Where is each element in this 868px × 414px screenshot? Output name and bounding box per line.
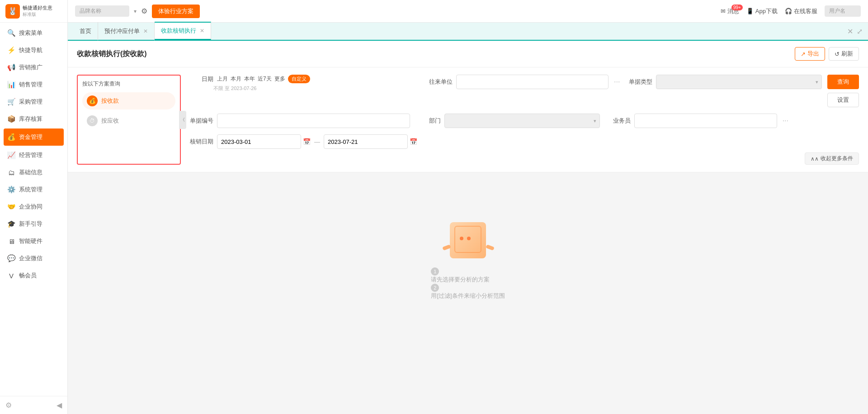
- solution-button[interactable]: 体验行业方案: [152, 5, 200, 18]
- query-button[interactable]: 查询: [827, 75, 859, 89]
- sidebar-item-营销推广[interactable]: 📢 营销推广: [0, 59, 67, 76]
- tab-prepay-label: 预付冲应付单: [104, 27, 140, 35]
- query-form: 日期 上月 本月 本年 近7天 更多 自定义 不限 至 2: [188, 75, 859, 165]
- sidebar-item-企业协同[interactable]: 🤝 企业协同: [0, 198, 67, 215]
- sidebar-menu: 🔍 搜索菜单 ⚡ 快捷导航 📢 营销推广 📊 销售管理 🛒 采购管理 📦 库存核…: [0, 23, 67, 396]
- sidebar-icon-1: ⚡: [7, 46, 15, 54]
- tab-prepay[interactable]: 预付冲应付单 ✕: [98, 22, 155, 40]
- collapse-chevron-icon: 《: [180, 117, 185, 123]
- tab-collection-close-icon[interactable]: ✕: [200, 28, 204, 34]
- sidebar-footer: ⚙ ◀: [0, 396, 67, 414]
- sidebar-item-智能硬件[interactable]: 🖥 智能硬件: [0, 233, 67, 250]
- topbar-left: 品牌名称 ▾ ⚙ 体验行业方案: [75, 5, 200, 18]
- counterpart-input[interactable]: [456, 75, 609, 89]
- date-last-month[interactable]: 上月: [217, 75, 228, 83]
- phone-icon: 📱: [746, 8, 754, 14]
- page-actions: ↗ 导出 ↺ 刷新: [795, 47, 859, 67]
- tab-collection-label: 收款核销执行: [161, 27, 196, 35]
- counterpart-more-icon[interactable]: ···: [612, 78, 622, 86]
- sidebar-icon-4: 🛒: [7, 98, 15, 106]
- sidebar-icon-6: 💰: [7, 133, 15, 141]
- setting-button[interactable]: 设置: [827, 93, 859, 107]
- tab-collection[interactable]: 收款核销执行 ✕: [155, 22, 211, 40]
- query-panel-inner: 按以下方案查询 💰 按收款 ⏱ 按应收 《: [77, 75, 859, 165]
- verify-date-end-calendar-icon[interactable]: 📅: [410, 138, 417, 145]
- query-option-by-receivable[interactable]: ⏱ 按应收: [82, 112, 175, 129]
- counterpart-field: 往来单位 ···: [427, 75, 622, 89]
- main-area: 品牌名称 ▾ ⚙ 体验行业方案 ✉ 消息 99+ 📱 App下载 🎧 在线客服 …: [68, 0, 868, 414]
- logo-subtitle: 标准版: [23, 11, 52, 18]
- sidebar-icon-13: 💬: [7, 254, 15, 262]
- sidebar-item-基础信息[interactable]: 🗂 基础信息: [0, 164, 67, 181]
- logo-icon: 🐰: [5, 4, 20, 19]
- sidebar-item-库存核算[interactable]: 📦 库存核算: [0, 110, 67, 128]
- sidebar-label-5: 库存核算: [19, 115, 42, 123]
- sidebar-item-销售管理[interactable]: 📊 销售管理: [0, 76, 67, 93]
- query-option-by-collection[interactable]: 💰 按收款: [82, 92, 175, 109]
- date-more[interactable]: 更多: [274, 75, 285, 83]
- doc-no-input[interactable]: [217, 114, 410, 128]
- message-button[interactable]: ✉ 消息 99+: [721, 7, 739, 15]
- staff-input[interactable]: [634, 114, 777, 128]
- sidebar-item-采购管理[interactable]: 🛒 采购管理: [0, 93, 67, 110]
- app-download-button[interactable]: 📱 App下载: [746, 7, 778, 15]
- date-7days[interactable]: 近7天: [258, 75, 272, 83]
- date-filter-buttons: 上月 本月 本年 近7天 更多 自定义: [217, 75, 310, 83]
- export-button[interactable]: ↗ 导出: [795, 47, 825, 61]
- empty-state: 1 请先选择要分析的方案 2 用[过滤]条件来缩小分析范围: [68, 172, 868, 336]
- sidebar-label-0: 搜索菜单: [19, 29, 42, 37]
- verify-date-start-calendar-icon[interactable]: 📅: [303, 138, 311, 145]
- tab-home[interactable]: 首页: [73, 22, 98, 40]
- message-icon: ✉: [721, 8, 726, 14]
- dept-label: 部门: [415, 117, 441, 125]
- page-title: 收款核销执行(按收款): [77, 49, 147, 65]
- sidebar-label-4: 采购管理: [19, 98, 42, 106]
- query-row-1: 日期 上月 本月 本年 近7天 更多 自定义 不限 至 2: [188, 75, 859, 107]
- sidebar-item-畅会员[interactable]: V 畅会员: [0, 267, 67, 284]
- tab-home-label: 首页: [80, 27, 91, 35]
- brand-selector[interactable]: 品牌名称: [75, 5, 129, 17]
- close-window-icon[interactable]: ✕: [847, 27, 853, 36]
- sidebar-icon-3: 📊: [7, 81, 15, 89]
- query-actions: 查询 设置: [827, 75, 859, 107]
- sidebar-item-快捷导航[interactable]: ⚡ 快捷导航: [0, 42, 67, 59]
- date-custom-badge[interactable]: 自定义: [288, 75, 310, 83]
- verify-date-end-input[interactable]: [324, 134, 408, 149]
- sidebar-item-新手引导[interactable]: 🎓 新手引导: [0, 215, 67, 233]
- logo-bunny-icon: 🐰: [8, 7, 17, 15]
- date-this-month[interactable]: 本月: [231, 75, 241, 83]
- online-service-button[interactable]: 🎧 在线客服: [785, 7, 817, 15]
- topbar-gear-icon[interactable]: ⚙: [141, 7, 147, 15]
- date-separator: —: [314, 138, 320, 145]
- query-panel-collapse-btn[interactable]: 《: [179, 111, 186, 129]
- tab-prepay-close-icon[interactable]: ✕: [143, 28, 148, 34]
- sidebar-item-经营管理[interactable]: 📈 经营管理: [0, 147, 67, 164]
- dept-field: 部门 ▾: [415, 114, 600, 128]
- sidebar-item-企业微信[interactable]: 💬 企业微信: [0, 250, 67, 267]
- staff-label: 业务员: [605, 117, 631, 125]
- doc-type-select-wrapper: ▾: [656, 75, 822, 89]
- service-label: 在线客服: [794, 7, 817, 15]
- verify-date-start-input[interactable]: [217, 134, 301, 149]
- brand-dropdown-icon[interactable]: ▾: [134, 8, 137, 14]
- dept-select[interactable]: [444, 114, 600, 128]
- empty-step-1: 1 请先选择要分析的方案: [431, 267, 505, 284]
- sidebar-item-资金管理[interactable]: 💰 资金管理: [4, 128, 64, 146]
- sidebar-item-搜索菜单[interactable]: 🔍 搜索菜单: [0, 24, 67, 42]
- sidebar-label-8: 基础信息: [19, 168, 42, 176]
- doc-type-select[interactable]: [656, 75, 822, 89]
- sidebar-label-1: 快捷导航: [19, 46, 42, 54]
- sidebar-item-系统管理[interactable]: ⚙️ 系统管理: [0, 181, 67, 198]
- user-menu[interactable]: 用户名: [825, 5, 861, 17]
- sidebar-icon-8: 🗂: [7, 168, 15, 176]
- expand-window-icon[interactable]: ⤢: [857, 27, 863, 36]
- receivable-option-label: 按应收: [101, 117, 119, 125]
- sidebar-label-2: 营销推广: [19, 63, 42, 71]
- collapse-more-button[interactable]: ∧∧ 收起更多条件: [805, 152, 859, 165]
- staff-more-icon[interactable]: ···: [781, 117, 790, 125]
- settings-icon[interactable]: ⚙: [5, 401, 12, 409]
- collapse-sidebar-icon[interactable]: ◀: [57, 401, 62, 409]
- date-this-year[interactable]: 本年: [244, 75, 255, 83]
- refresh-button[interactable]: ↺ 刷新: [829, 47, 859, 61]
- logo-title: 畅捷通好生意: [23, 5, 52, 11]
